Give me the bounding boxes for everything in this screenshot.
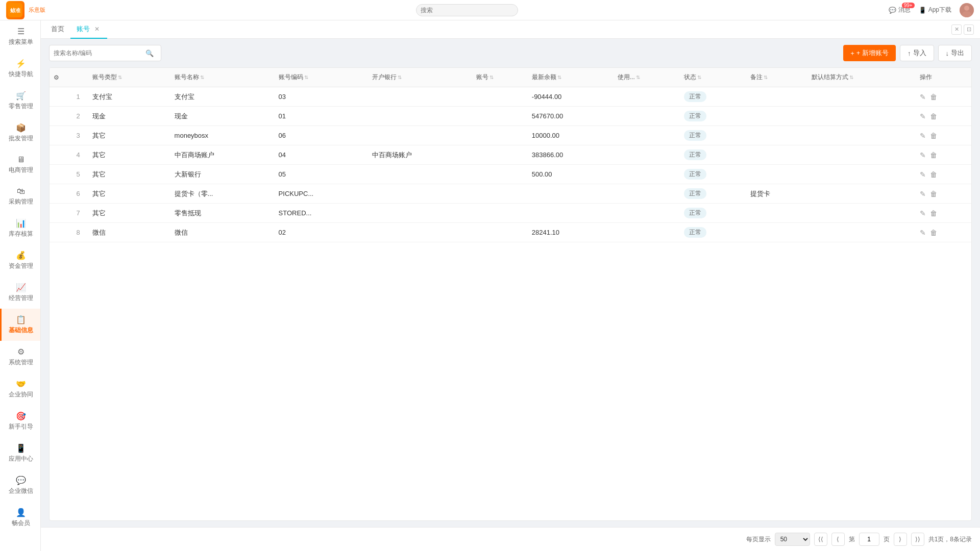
download-btn[interactable]: 📱 App下载 <box>919 6 951 14</box>
sidebar-item-ecommerce-mgmt[interactable]: 🖥 电商管理 <box>0 149 40 181</box>
th-settings[interactable]: ⚙ <box>50 68 68 87</box>
page-next-btn[interactable]: ⟩ <box>894 533 907 546</box>
td-account-type-4: 其它 <box>88 165 170 184</box>
th-account-name[interactable]: 账号名称⇅ <box>170 68 275 87</box>
search-input[interactable] <box>54 49 145 57</box>
page-last-btn[interactable]: ⟩⟩ <box>911 533 924 546</box>
td-latest-balance-2: 10000.00 <box>528 126 614 145</box>
delete-icon-5[interactable]: 🗑 <box>930 190 937 198</box>
delete-icon-4[interactable]: 🗑 <box>930 170 937 179</box>
td-account-name-1: 现金 <box>170 107 275 126</box>
page-prev-btn[interactable]: ⟨ <box>831 533 845 546</box>
td-remark-5: 提货卡 <box>746 184 807 204</box>
th-default-settlement[interactable]: 默认结算方式⇅ <box>807 68 916 87</box>
wechat-icon: 💬 <box>16 475 26 485</box>
th-latest-balance[interactable]: 最新余额⇅ <box>528 68 614 87</box>
export-button[interactable]: ↓ 导出 <box>938 45 972 61</box>
edit-icon-1[interactable]: ✎ <box>920 112 926 120</box>
search-icon[interactable]: 🔍 <box>145 49 154 57</box>
td-latest-balance-5 <box>528 184 614 204</box>
page-size-label: 每页显示 <box>746 535 771 544</box>
sidebar-item-app-center[interactable]: 📱 应用中心 <box>0 437 40 469</box>
th-remark[interactable]: 备注⇅ <box>746 68 807 87</box>
agreement-icon: 🤝 <box>16 379 26 389</box>
td-account-no-2 <box>472 126 528 145</box>
page-number-input[interactable] <box>859 533 879 546</box>
td-row-settings-4 <box>50 165 68 184</box>
sidebar-item-operations-mgmt[interactable]: 📈 经营管理 <box>0 277 40 309</box>
td-row-settings-1 <box>50 107 68 126</box>
td-bank-1 <box>368 107 472 126</box>
edit-icon-0[interactable]: ✎ <box>920 93 926 101</box>
td-remark-1 <box>746 107 807 126</box>
edit-icon-5[interactable]: ✎ <box>920 190 926 198</box>
td-account-name-2: moneybosx <box>170 126 275 145</box>
tab-account-close[interactable]: ✕ <box>93 25 101 33</box>
td-usage-4 <box>614 165 680 184</box>
th-account-no[interactable]: 账号⇅ <box>472 68 528 87</box>
delete-icon-1[interactable]: 🗑 <box>930 112 937 120</box>
sidebar-item-finance-mgmt[interactable]: 💰 资金管理 <box>0 244 40 277</box>
td-actions-4: ✎ 🗑 <box>916 165 971 184</box>
edit-icon-3[interactable]: ✎ <box>920 151 926 159</box>
td-default-settlement-5 <box>807 184 916 204</box>
td-bank-7 <box>368 223 472 242</box>
sidebar-item-inventory-mgmt[interactable]: 📊 库存核算 <box>0 212 40 244</box>
td-account-name-5: 提货卡（零... <box>170 184 275 204</box>
td-row-settings-5 <box>50 184 68 204</box>
table-row: 6 其它 提货卡（零... PICKUPC... 正常 提货卡 ✎ 🗑 <box>50 184 971 204</box>
th-account-code[interactable]: 账号编码⇅ <box>275 68 369 87</box>
td-account-type-0: 支付宝 <box>88 87 170 107</box>
th-bank[interactable]: 开户银行⇅ <box>368 68 472 87</box>
th-num <box>68 68 88 87</box>
page-first-btn[interactable]: ⟨⟨ <box>814 533 827 546</box>
td-account-name-7: 微信 <box>170 223 275 242</box>
retail-icon: 🛒 <box>16 91 26 101</box>
delete-icon-6[interactable]: 🗑 <box>930 209 937 217</box>
purchase-icon: 🛍 <box>17 187 25 196</box>
sidebar-item-label-newbie: 新手引导 <box>9 422 33 431</box>
tab-account-label: 账号 <box>77 24 90 34</box>
sidebar-item-system-mgmt[interactable]: ⚙ 系统管理 <box>0 341 40 373</box>
sidebar-item-label-search-menu: 搜索菜单 <box>9 38 33 46</box>
member-icon: 👤 <box>16 508 26 517</box>
message-btn[interactable]: 💬 消息 99+ <box>889 6 911 14</box>
tab-account[interactable]: 账号 ✕ <box>70 20 107 39</box>
import-button[interactable]: ↑ 导入 <box>900 45 934 61</box>
sidebar-item-search-menu[interactable]: ☰ 搜索菜单 <box>0 20 40 53</box>
tab-home[interactable]: 首页 <box>45 20 70 39</box>
edit-icon-2[interactable]: ✎ <box>920 132 926 140</box>
delete-icon-2[interactable]: 🗑 <box>930 132 937 140</box>
delete-icon-7[interactable]: 🗑 <box>930 229 937 237</box>
export-label: 导出 <box>951 48 964 58</box>
edit-icon-7[interactable]: ✎ <box>920 229 926 237</box>
edit-icon-6[interactable]: ✎ <box>920 209 926 217</box>
add-account-button[interactable]: + + 新增账号 <box>843 45 896 61</box>
edit-icon-4[interactable]: ✎ <box>920 170 926 179</box>
th-usage[interactable]: 使用...⇅ <box>614 68 680 87</box>
logo-text: 乐意版 <box>29 6 45 14</box>
tab-close-all-btn[interactable]: ✕ <box>951 24 962 35</box>
tab-maximize-btn[interactable]: ⊡ <box>964 24 974 35</box>
delete-icon-0[interactable]: 🗑 <box>930 93 937 101</box>
user-avatar[interactable] <box>960 3 974 17</box>
sidebar-item-quick-nav[interactable]: ⚡ 快捷导航 <box>0 53 40 85</box>
sidebar-item-label-retail: 零售管理 <box>9 102 33 111</box>
th-account-type[interactable]: 账号类型⇅ <box>88 68 170 87</box>
sidebar-item-basic-info[interactable]: 📋 基础信息 <box>0 309 40 341</box>
svg-point-5 <box>962 11 971 17</box>
sidebar-item-enterprise-agreement[interactable]: 🤝 企业协同 <box>0 373 40 405</box>
header-right: 💬 消息 99+ 📱 App下载 <box>889 3 974 17</box>
sidebar-item-member[interactable]: 👤 畅会员 <box>0 502 40 534</box>
page-size-select[interactable]: 10 20 50 100 <box>775 533 810 546</box>
quick-nav-icon: ⚡ <box>16 59 26 68</box>
download-label: App下载 <box>928 6 951 14</box>
header-search-input[interactable] <box>416 4 518 16</box>
sidebar-item-enterprise-wechat[interactable]: 💬 企业微信 <box>0 469 40 502</box>
sidebar-item-newbie-guide[interactable]: 🎯 新手引导 <box>0 405 40 437</box>
sidebar-item-purchase-mgmt[interactable]: 🛍 采购管理 <box>0 181 40 212</box>
th-status[interactable]: 状态⇅ <box>680 68 746 87</box>
sidebar-item-retail-mgmt[interactable]: 🛒 零售管理 <box>0 85 40 117</box>
sidebar-item-wholesale-mgmt[interactable]: 📦 批发管理 <box>0 117 40 149</box>
delete-icon-3[interactable]: 🗑 <box>930 151 937 159</box>
